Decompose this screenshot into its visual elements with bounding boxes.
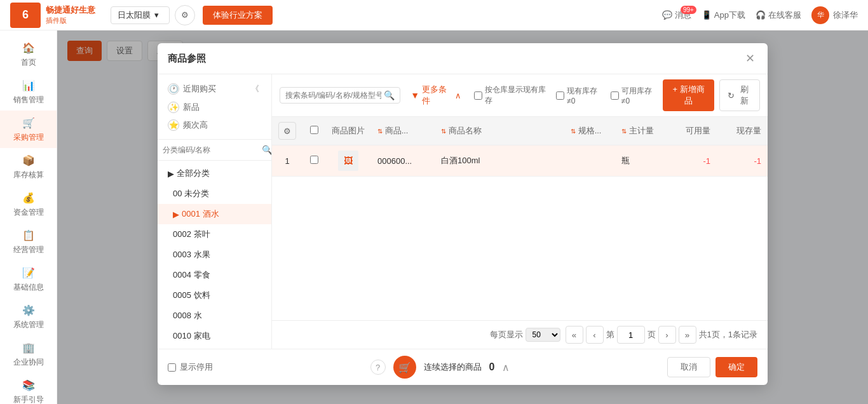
modal-close-btn[interactable]: ✕ [742,51,757,66]
confirm-btn[interactable]: 确定 [715,357,757,377]
table-header-row: ⚙ 商品图片 ⇅ [272,117,768,145]
display-disabled-label[interactable]: 显示停用 [168,361,213,373]
help-btn[interactable]: ? [370,360,386,375]
sidebar-item-purchase[interactable]: 🛒 采购管理 [0,111,57,148]
warehouse-checkbox[interactable] [474,91,482,100]
per-page-select[interactable]: 50 100 200 [526,328,560,342]
brand-name: 畅捷通好生意 [46,4,95,16]
sidebar-label-home: 首页 [21,57,36,68]
category-search-box: 🔍 [158,140,271,161]
settings-gear[interactable]: ⚙ [175,5,195,25]
product-code: 000600... [377,156,412,166]
cat-water[interactable]: 0008 水 [158,306,271,326]
checkbox-avail[interactable]: 可用库存≠0 [611,86,658,105]
quick-frequent-label: 频次高 [183,119,208,131]
stock-checkbox[interactable] [556,91,564,100]
display-disabled-checkbox[interactable] [168,363,176,372]
sidebar-item-finance[interactable]: 💰 资金管理 [0,185,57,223]
sidebar-item-home[interactable]: 🏠 首页 [0,36,57,73]
avail-label: 可用库存≠0 [621,86,658,105]
product-search-icon[interactable]: 🔍 [384,90,395,100]
image-icon: 🖼 [344,156,353,166]
collapse-icon[interactable]: 《 [248,83,261,95]
footer-center: ? 🛒 连续选择的商品 0 ∧ [220,356,660,379]
quick-frequent[interactable]: ⭐ 频次高 [163,116,266,134]
avail-checkbox[interactable] [611,91,619,100]
cat-beverage[interactable]: 0005 饮料 [158,285,271,306]
page-input[interactable] [617,326,645,344]
last-page-btn[interactable]: » [679,326,696,344]
cat-uncategorized[interactable]: 00 未分类 [158,184,271,204]
sidebar-label-basic: 基础信息 [13,282,44,293]
row-checkbox[interactable] [310,156,318,164]
page-size-select: 每页显示 50 100 200 [490,328,560,342]
cell-check[interactable] [302,145,325,177]
app-download[interactable]: 📱 App下载 [702,10,745,21]
cat-all-label: 全部分类 [177,168,210,179]
select-all-checkbox[interactable] [310,126,318,134]
username: 徐泽华 [833,10,858,21]
cat-snack[interactable]: 0004 零食 [158,265,271,285]
th-code[interactable]: ⇅ 商品... [371,117,435,145]
th-name[interactable]: ⇅ 商品名称 [435,117,564,145]
sidebar-label-system: 系统管理 [13,320,44,330]
operations-icon: 📋 [22,228,36,242]
sort-icon-code: ⇅ [377,128,383,135]
add-product-btn[interactable]: + 新增商品 [663,79,715,111]
category-search-icon[interactable]: 🔍 [262,145,272,155]
store-selector[interactable]: 日太阳膜 ▾ [111,6,170,24]
page-nav: « ‹ 第 页 › » 共1页，1条记录 [566,326,757,344]
collapse-footer-btn[interactable]: ∧ [502,361,510,374]
footer-left: 显示停用 [168,361,213,373]
quick-new[interactable]: ✨ 新品 [163,98,266,116]
online-service[interactable]: 🎧 在线客服 [756,10,801,21]
product-search-box: 🔍 [280,87,400,104]
cat-fruit[interactable]: 0003 水果 [158,245,271,265]
prev-page-btn[interactable]: ‹ [586,326,604,344]
toolbar-right: + 新增商品 ↻ 刷新 [663,79,760,111]
checkbox-stock[interactable]: 现有库存≠0 [556,86,603,105]
pagination: 每页显示 50 100 200 « ‹ 第 页 [272,320,768,349]
sidebar-item-operations[interactable]: 📋 经营管理 [0,223,57,260]
cat-appliance[interactable]: 0010 家电 [158,326,271,346]
sidebar-item-basic[interactable]: 📝 基础信息 [0,260,57,298]
product-search-input[interactable] [285,91,381,100]
trial-btn[interactable]: 体验行业方案 [203,6,273,25]
cat-tea[interactable]: 0002 茶叶 [158,224,271,245]
cart-btn[interactable]: 🛒 [393,356,416,379]
brand-sub: 插件版 [46,16,95,25]
filter-more-btn[interactable]: ▼ 更多条件 ∧ [405,81,466,109]
message-badge[interactable]: 💬 消息 99+ [662,10,691,21]
th-num: ⚙ [272,117,302,145]
basic-icon: 📝 [22,266,36,279]
table-settings-icon[interactable]: ⚙ [278,122,296,140]
th-spec[interactable]: ⇅ 规格... [564,117,615,145]
category-search-input[interactable] [163,145,258,154]
cell-num: 1 [272,145,302,177]
modal-body: 🕐 近期购买 《 ✨ 新品 ⭐ 频次高 [158,74,768,349]
cat-liquor[interactable]: ▶ 0001 酒水 [158,204,271,224]
th-unit[interactable]: ⇅ 主计量 [615,117,666,145]
sidebar-item-enterprise[interactable]: 🏢 企业协同 [0,335,57,373]
cat-uncategorized-label: 00 未分类 [173,188,209,199]
product-table: ⚙ 商品图片 ⇅ [272,117,768,177]
cell-unit: 瓶 [615,145,666,177]
quick-recent[interactable]: 🕐 近期购买 《 [163,79,266,98]
sidebar-item-guide[interactable]: 📚 新手引导 [0,373,57,404]
sidebar-label-guide: 新手引导 [13,394,44,404]
refresh-btn[interactable]: ↻ 刷新 [719,79,760,111]
mobile-icon: 📱 [702,10,712,20]
product-table-wrapper: ⚙ 商品图片 ⇅ [272,117,768,320]
next-page-btn[interactable]: › [658,326,676,344]
first-page-btn[interactable]: « [566,326,583,344]
cat-fruit-label: 0003 水果 [173,249,210,260]
sidebar-item-sales[interactable]: 📊 销售管理 [0,73,57,111]
checkbox-warehouse[interactable]: 按仓库显示现有库存 [474,84,549,106]
sidebar-item-inventory[interactable]: 📦 库存核算 [0,148,57,185]
th-check [302,117,325,145]
sidebar-item-system[interactable]: ⚙️ 系统管理 [0,298,57,335]
cancel-btn[interactable]: 取消 [667,357,710,377]
cat-all[interactable]: ▶ 全部分类 [158,163,271,184]
table-row[interactable]: 1 🖼 [272,145,768,177]
user-area[interactable]: 华 徐泽华 [811,6,858,24]
